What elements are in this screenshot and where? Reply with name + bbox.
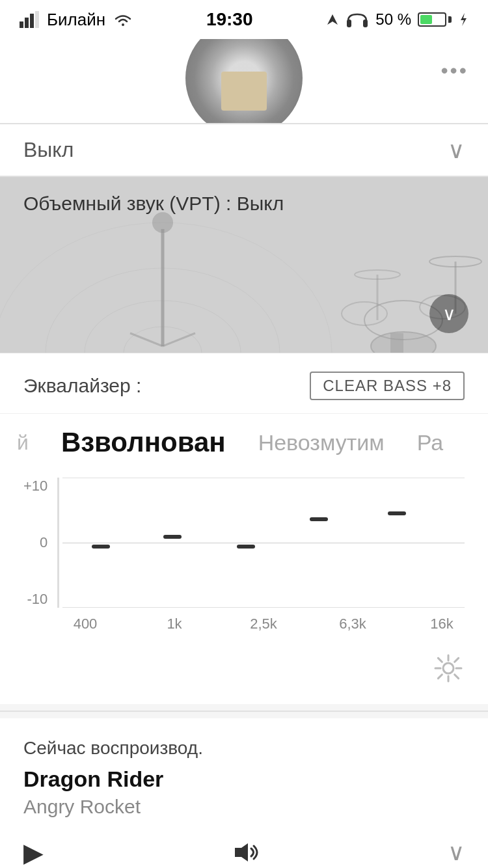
svg-rect-5	[347, 20, 351, 27]
eq-off-chevron[interactable]: ∨	[448, 137, 465, 164]
preset-tabs: й Взволнован Невозмутим Ра	[0, 414, 488, 471]
eq-y-axis: +10 0 -10	[23, 478, 54, 608]
eq-chart-container: +10 0 -10	[62, 478, 465, 608]
eq-bar-16k	[388, 511, 406, 515]
vpt-header: Объемный звук (VPT) : Выкл	[0, 177, 488, 215]
eq-bar-63k	[310, 517, 328, 521]
eq-y-label-bot: -10	[27, 591, 48, 608]
eq-x-label-16k: 16k	[419, 616, 465, 632]
signal-icon	[20, 11, 39, 28]
svg-rect-0	[20, 21, 23, 28]
eq-x-label-63k: 6,3k	[330, 616, 375, 632]
svg-line-14	[130, 333, 163, 346]
vpt-section[interactable]: Объемный звук (VPT) : Выкл ∨	[0, 177, 488, 353]
eq-x-axis: 400 1k 2,5k 6,3k 16k	[62, 608, 465, 632]
svg-line-15	[163, 333, 195, 346]
vinyl-label	[221, 72, 267, 111]
eq-off-label: Выкл	[23, 138, 74, 162]
svg-point-11	[0, 223, 332, 353]
status-right: 50 %	[326, 10, 468, 29]
eq-x-label-1k: 1k	[152, 616, 197, 632]
svg-rect-6	[363, 20, 368, 27]
charging-icon	[458, 12, 468, 27]
volume-button[interactable]	[230, 839, 262, 865]
playback-controls: ▶ ∨	[0, 818, 488, 868]
eq-bar-400	[92, 545, 110, 549]
speaker-icon	[230, 839, 262, 865]
more-dots-button[interactable]: •••	[441, 59, 468, 83]
album-area: •••	[0, 39, 488, 124]
battery-icon	[418, 12, 452, 27]
preset-tab-right[interactable]: Ра	[417, 430, 443, 455]
eq-vertical-scale	[57, 478, 59, 608]
status-time: 19:30	[206, 9, 253, 30]
track-artist: Angry Rocket	[23, 796, 465, 818]
carrier-name: Билайн	[47, 10, 105, 30]
settings-row	[0, 639, 488, 691]
svg-rect-2	[30, 14, 34, 28]
equalizer-section: Эквалайзер : CLEAR BASS +8 й Взволнован …	[0, 353, 488, 704]
svg-marker-7	[461, 13, 467, 26]
track-title: Dragon Rider	[23, 766, 465, 792]
now-playing-section: Сейчас воспроизвод. Dragon Rider Angry R…	[0, 718, 488, 818]
eq-bar-25k	[237, 545, 255, 549]
vpt-chevron-button[interactable]: ∨	[429, 294, 468, 333]
now-playing-label: Сейчас воспроизвод.	[23, 738, 465, 759]
bottom-divider	[0, 711, 488, 712]
preset-tab-next[interactable]: Невозмутим	[258, 430, 385, 455]
eq-x-label-400: 400	[62, 616, 108, 632]
vpt-title: Объемный звук (VPT) : Выкл	[23, 193, 284, 214]
svg-marker-4	[327, 14, 338, 25]
svg-point-25	[443, 663, 454, 673]
eq-y-label-top: +10	[23, 478, 47, 495]
eq-y-label-mid: 0	[40, 534, 47, 551]
eq-bars	[62, 478, 465, 608]
svg-marker-26	[235, 843, 248, 861]
play-button[interactable]: ▶	[23, 837, 44, 867]
status-left: Билайн	[20, 10, 133, 30]
eq-off-row[interactable]: Выкл ∨	[0, 124, 488, 176]
battery-percent: 50 %	[375, 10, 411, 29]
settings-icon[interactable]	[432, 652, 465, 685]
svg-rect-24	[390, 333, 403, 353]
svg-rect-3	[35, 11, 39, 28]
now-playing-chevron[interactable]: ∨	[448, 839, 465, 866]
preset-tab-left-partial[interactable]: й	[17, 431, 29, 455]
clear-bass-badge[interactable]: CLEAR BASS +8	[310, 372, 465, 400]
wifi-icon	[113, 12, 133, 27]
headphones-icon	[346, 10, 369, 29]
eq-label: Эквалайзер :	[23, 375, 141, 397]
preset-tab-active[interactable]: Взволнован	[61, 427, 226, 458]
svg-point-13	[152, 212, 173, 233]
eq-chart: +10 0 -10	[0, 471, 488, 639]
svg-rect-1	[25, 18, 29, 28]
equalizer-header: Эквалайзер : CLEAR BASS +8	[0, 353, 488, 414]
location-icon	[326, 13, 339, 26]
eq-x-label-25k: 2,5k	[241, 616, 286, 632]
vpt-value: Выкл	[237, 193, 284, 214]
status-bar: Билайн 19:30 50 %	[0, 0, 488, 39]
eq-bar-1k	[163, 535, 182, 539]
